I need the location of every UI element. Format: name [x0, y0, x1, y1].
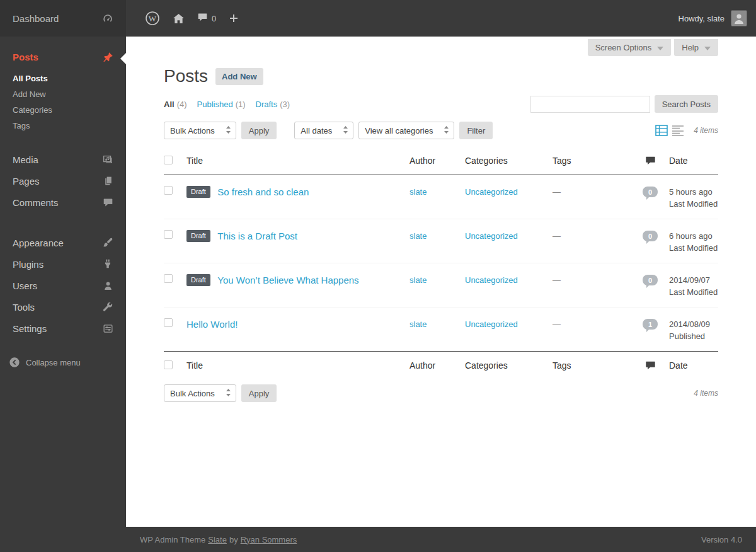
paintbrush-icon [102, 237, 113, 248]
categories-filter-select[interactable]: View all categories [358, 122, 454, 139]
collapse-menu-button[interactable]: Collapse menu [0, 357, 126, 368]
post-title-link[interactable]: So fresh and so clean [217, 187, 309, 197]
status-badge: Draft [186, 230, 210, 242]
comment-count: 0 [648, 233, 652, 240]
tags-value: — [553, 319, 561, 329]
comment-count-bubble[interactable]: 0 [643, 275, 658, 285]
filter-all-count: (4) [177, 100, 187, 109]
dates-filter-select[interactable]: All dates [294, 122, 353, 139]
filter-published-count: (1) [236, 100, 246, 109]
filter-button[interactable]: Filter [459, 122, 493, 139]
sidebar-item-settings[interactable]: Settings [0, 318, 126, 339]
add-new-button[interactable]: Add New [215, 68, 263, 85]
wordpress-logo-icon[interactable]: W [145, 11, 160, 26]
posts-submenu: All Posts Add New Categories Tags [0, 66, 126, 134]
admin-bar: W 0 Howdy, slate [126, 0, 756, 37]
admin-bar-icons: W 0 [145, 11, 239, 26]
comment-count-bubble[interactable]: 0 [643, 231, 658, 241]
sidebar-item-appearance[interactable]: Appearance [0, 232, 126, 253]
filter-all[interactable]: All (4) [164, 100, 187, 109]
header-date: Date [669, 360, 718, 372]
theme-author-link[interactable]: Ryan Sommers [241, 535, 297, 544]
page-title-row: Posts Add New [164, 66, 718, 86]
header-author: Author [410, 156, 465, 166]
help-button[interactable]: Help [674, 39, 718, 56]
sidebar-item-plugins[interactable]: Plugins [0, 253, 126, 275]
author-link[interactable]: slate [410, 187, 427, 197]
row-checkbox[interactable] [164, 274, 173, 283]
plugins-label: Plugins [13, 259, 43, 270]
plug-icon [102, 258, 113, 270]
category-link[interactable]: Uncategorized [465, 231, 518, 241]
pin-icon [103, 52, 113, 62]
apply-button[interactable]: Apply [241, 122, 277, 139]
comment-count: 1 [648, 321, 652, 328]
wrench-icon [102, 301, 113, 313]
account-menu[interactable]: Howdy, slate [679, 10, 747, 26]
posts-table: Title Author Categories Tags Date Draft [164, 149, 718, 379]
categories-filter-value: View all categories [365, 126, 433, 135]
submenu-item-all-posts[interactable]: All Posts [13, 71, 126, 86]
theme-link[interactable]: Slate [208, 535, 227, 544]
excerpt-view-icon[interactable] [672, 125, 684, 136]
content-column: W 0 Howdy, slate [126, 0, 756, 552]
category-link[interactable]: Uncategorized [465, 319, 518, 329]
submenu-item-categories[interactable]: Categories [13, 102, 126, 118]
header-date: Date [669, 155, 718, 167]
items-count: 4 items [694, 126, 718, 135]
pages-icon [103, 175, 113, 187]
site-home-icon[interactable] [173, 13, 185, 24]
post-title-link[interactable]: This is a Draft Post [217, 231, 297, 241]
sidebar-item-posts[interactable]: Posts [0, 48, 126, 66]
header-tags: Tags [553, 156, 631, 166]
search-input[interactable] [530, 96, 650, 113]
admin-bar-comment-count: 0 [212, 14, 216, 23]
select-all-checkbox[interactable] [164, 156, 173, 164]
select-all-checkbox[interactable] [164, 360, 173, 369]
view-switcher [655, 125, 684, 136]
header-tags: Tags [553, 360, 631, 371]
submenu-item-tags[interactable]: Tags [13, 118, 126, 134]
filter-drafts-count: (3) [280, 100, 290, 109]
dashboard-gauge-icon [102, 13, 113, 24]
comment-count-bubble[interactable]: 0 [643, 187, 658, 197]
settings-label: Settings [13, 323, 47, 334]
comment-count-bubble[interactable]: 1 [643, 319, 658, 330]
sidebar-item-dashboard[interactable]: Dashboard [0, 0, 126, 37]
author-link[interactable]: slate [410, 319, 427, 329]
new-content-plus-icon[interactable] [229, 13, 239, 23]
footer-credit-prefix: WP Admin Theme [140, 535, 205, 544]
header-author: Author [410, 360, 465, 371]
row-checkbox[interactable] [164, 318, 173, 327]
row-checkbox[interactable] [164, 230, 173, 239]
bulk-actions-select[interactable]: Bulk Actions [164, 122, 236, 139]
submenu-item-add-new[interactable]: Add New [13, 86, 126, 102]
admin-bar-comments[interactable]: 0 [197, 12, 216, 25]
sidebar-item-pages[interactable]: Pages [0, 170, 126, 192]
category-link[interactable]: Uncategorized [465, 275, 518, 285]
admin-footer: WP Admin Theme Slate by Ryan Sommers Ver… [126, 527, 756, 552]
sidebar-item-users[interactable]: Users [0, 275, 126, 296]
sidebar-item-media[interactable]: Media [0, 149, 126, 170]
author-link[interactable]: slate [410, 275, 427, 285]
filter-drafts[interactable]: Drafts (3) [256, 100, 290, 109]
bulk-actions-value: Bulk Actions [170, 126, 215, 135]
apply-button[interactable]: Apply [241, 384, 277, 402]
date-value: 6 hours ago [669, 230, 718, 242]
post-title-link[interactable]: Hello World! [186, 319, 238, 330]
author-link[interactable]: slate [410, 231, 427, 241]
version-text: Version 4.0 [701, 535, 742, 544]
sidebar-item-tools[interactable]: Tools [0, 296, 126, 318]
bulk-actions-select[interactable]: Bulk Actions [164, 384, 236, 402]
row-checkbox[interactable] [164, 186, 173, 195]
screen-options-button[interactable]: Screen Options [588, 39, 672, 56]
filter-published[interactable]: Published (1) [197, 100, 246, 109]
category-link[interactable]: Uncategorized [465, 187, 518, 197]
post-title-link[interactable]: You Won’t Believe What Happens [217, 275, 358, 285]
sidebar-item-comments[interactable]: Comments [0, 192, 126, 213]
filter-drafts-label: Drafts [256, 100, 278, 109]
header-title: Title [186, 359, 410, 372]
list-view-icon[interactable] [655, 125, 668, 136]
select-arrows-icon [342, 125, 349, 137]
search-posts-button[interactable]: Search Posts [655, 95, 718, 113]
